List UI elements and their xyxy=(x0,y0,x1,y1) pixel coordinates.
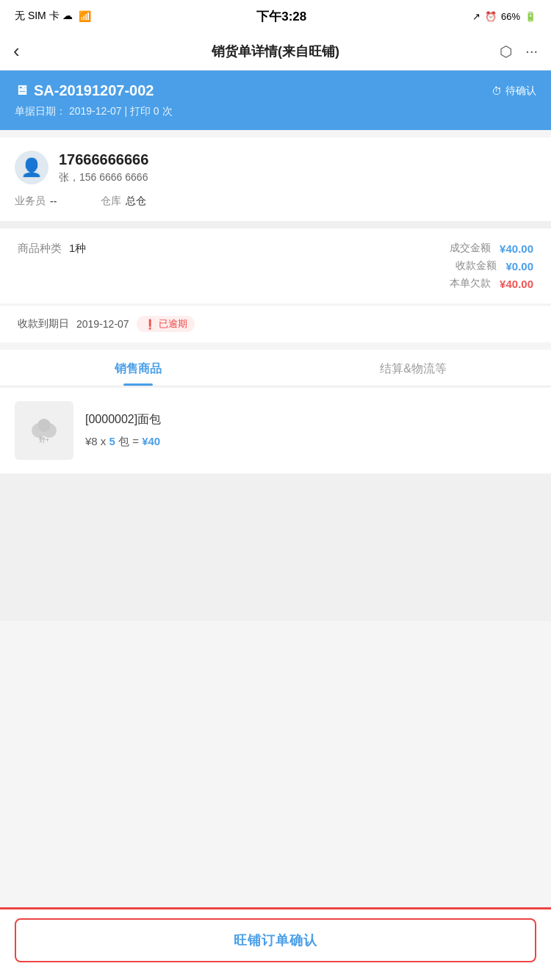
tab-sales-goods[interactable]: 销售商品 xyxy=(0,350,276,386)
goods-type-value: 1种 xyxy=(69,242,86,256)
due-date-label: 收款到期日 xyxy=(18,317,69,331)
received-value: ¥0.00 xyxy=(505,260,533,273)
divider-1 xyxy=(0,221,551,228)
bottom-bar: 旺铺订单确认 xyxy=(0,907,551,980)
table-row: 野+ [0000002]面包 ¥8 x 5 包 = ¥40 xyxy=(0,388,551,474)
owed-row: 本单欠款 ¥40.00 xyxy=(450,277,533,290)
avatar-icon: 👤 xyxy=(21,157,43,178)
nav-bar: ‹ 销货单详情(来自旺铺) ⬡ ··· xyxy=(0,32,551,71)
more-icon[interactable]: ··· xyxy=(525,43,538,60)
goods-type-field: 商品种类 1种 xyxy=(18,242,86,256)
customer-phone: 17666666666 xyxy=(59,151,148,168)
owed-value: ¥40.00 xyxy=(500,278,533,290)
price-total: ¥40 xyxy=(142,435,160,447)
status-left: 无 SIM 卡 ☁ 📶 xyxy=(15,10,91,23)
nav-actions: ⬡ ··· xyxy=(500,43,538,60)
product-price: ¥8 x 5 包 = ¥40 xyxy=(85,435,536,449)
product-details: [0000002]面包 ¥8 x 5 包 = ¥40 xyxy=(85,412,536,449)
overdue-text: 已逾期 xyxy=(159,317,187,331)
product-thumbnail: 野+ xyxy=(15,401,73,460)
status-right: ↗ ⏰ 66% 🔋 xyxy=(472,11,536,22)
tabs-container: 销售商品 结算&物流等 xyxy=(0,350,551,386)
sim-status: 无 SIM 卡 ☁ xyxy=(15,10,73,23)
order-date-row: 单据日期： 2019-12-07 | 打印 0 次 xyxy=(15,105,536,118)
clock-icon: ⏱ xyxy=(491,85,502,97)
status-time: 下午3:28 xyxy=(256,8,306,25)
battery-level: 66% xyxy=(501,11,520,22)
deal-amount-label: 成交金额 xyxy=(450,242,491,255)
back-button[interactable]: ‹ xyxy=(13,40,27,62)
deal-amount-row: 成交金额 ¥40.00 xyxy=(450,242,533,255)
warehouse-field: 仓库 总仓 xyxy=(101,195,146,208)
svg-point-2 xyxy=(37,419,51,432)
page-title: 销货单详情(来自旺铺) xyxy=(212,43,339,60)
avatar: 👤 xyxy=(15,151,48,184)
salesperson-value: -- xyxy=(50,195,57,207)
customer-card: 👤 17666666666 张，156 6666 6666 业务员 -- 仓库 … xyxy=(0,137,551,221)
received-row: 收款金额 ¥0.00 xyxy=(455,259,533,273)
customer-name: 张，156 6666 6666 xyxy=(59,171,148,184)
summary-card: 商品种类 1种 成交金额 ¥40.00 收款金额 ¥0.00 本单欠款 ¥40.… xyxy=(0,228,551,303)
wifi-icon: 📶 xyxy=(79,10,91,22)
order-icon: 🖥 xyxy=(15,83,28,98)
confirm-order-button[interactable]: 旺铺订单确认 xyxy=(15,918,536,962)
svg-text:野+: 野+ xyxy=(39,436,49,444)
share-icon[interactable]: ⬡ xyxy=(500,43,512,60)
deal-amount-value: ¥40.00 xyxy=(500,242,533,255)
salesperson-label: 业务员 xyxy=(15,195,46,208)
salesperson-field: 业务员 -- xyxy=(15,195,57,208)
overdue-icon: ❗ xyxy=(144,319,156,330)
overdue-badge: ❗ 已逾期 xyxy=(137,316,195,332)
order-status: ⏱ 待确认 xyxy=(491,84,536,98)
status-bar: 无 SIM 卡 ☁ 📶 下午3:28 ↗ ⏰ 66% 🔋 xyxy=(0,0,551,32)
order-header-card: 🖥 SA-20191207-002 ⏱ 待确认 单据日期： 2019-12-07… xyxy=(0,71,551,130)
alarm-icon: ⏰ xyxy=(485,11,497,22)
due-date-value: 2019-12-07 xyxy=(76,318,129,330)
amounts-block: 成交金额 ¥40.00 收款金额 ¥0.00 本单欠款 ¥40.00 xyxy=(450,242,533,290)
product-list: 野+ [0000002]面包 ¥8 x 5 包 = ¥40 xyxy=(0,388,551,474)
tab-settlement[interactable]: 结算&物流等 xyxy=(276,350,551,386)
goods-type-label: 商品种类 xyxy=(18,242,62,256)
received-label: 收款金额 xyxy=(455,259,497,273)
warehouse-value: 总仓 xyxy=(126,195,146,208)
product-name: [0000002]面包 xyxy=(85,412,536,428)
footer-space xyxy=(0,474,551,621)
location-icon: ↗ xyxy=(472,11,480,22)
order-id: 🖥 SA-20191207-002 xyxy=(15,82,154,99)
owed-label: 本单欠款 xyxy=(450,277,491,290)
warehouse-label: 仓库 xyxy=(101,195,121,208)
battery-icon: 🔋 xyxy=(525,11,536,22)
due-date-row: 收款到期日 2019-12-07 ❗ 已逾期 xyxy=(0,305,551,342)
quantity-highlight: 5 xyxy=(109,435,115,447)
